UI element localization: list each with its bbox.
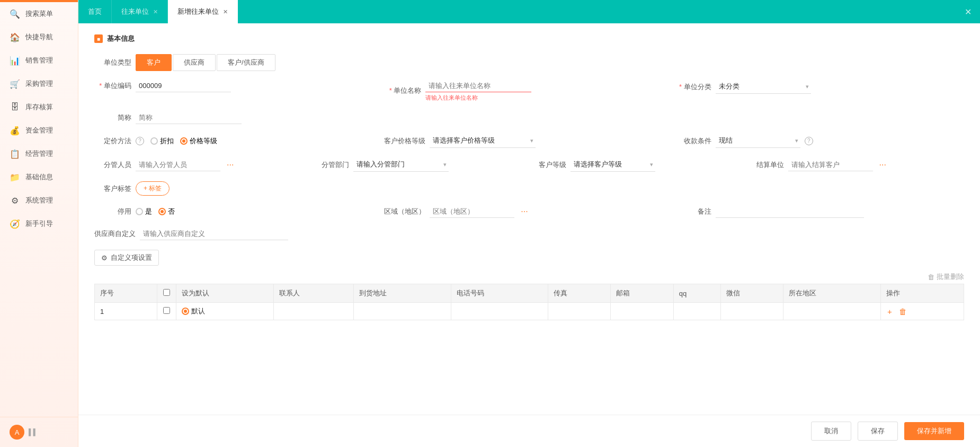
unit-name-error-msg: 请输入往来单位名称	[425, 94, 531, 102]
tab-list-close-icon[interactable]: ✕	[153, 8, 158, 15]
content-area: ■ 基本信息 单位类型 客户 供应商 客户/供应商 单位编码 单位名称	[78, 23, 980, 415]
row-default: 默认	[176, 303, 274, 320]
batch-delete-label[interactable]: 批量删除	[937, 272, 964, 282]
tab-home-label: 首页	[88, 7, 102, 16]
abbr-input[interactable]	[136, 111, 242, 124]
row-checkbox[interactable]	[163, 307, 170, 314]
tab-new[interactable]: 新增往来单位 ✕	[168, 0, 238, 23]
row-default-radio-circle	[182, 308, 189, 315]
row-fax	[548, 303, 611, 320]
manager-label: 分管人员	[94, 160, 131, 170]
sidebar-item-operations[interactable]: 📋 经营管理	[0, 142, 78, 165]
disabled-yes-circle	[136, 208, 143, 215]
type-btn-both[interactable]: 客户/供应商	[217, 54, 275, 71]
customer-level-group: 客户等级 请选择客户等级 ▾	[529, 157, 747, 172]
manager-more-icon[interactable]: ···	[225, 160, 236, 170]
tab-bar-close-button[interactable]: ✕	[956, 7, 980, 17]
customer-level-label: 客户等级	[529, 160, 566, 170]
sidebar-item-label: 基础信息	[25, 172, 53, 182]
add-tag-button[interactable]: + 标签	[136, 181, 170, 196]
tab-bar: 首页 往来单位 ✕ 新增往来单位 ✕ ✕	[78, 0, 980, 23]
row-delete-button[interactable]: 🗑	[898, 307, 908, 316]
settlement-group: 结算单位 ···	[747, 159, 965, 171]
abbr-group: 简称	[94, 111, 964, 124]
payment-help-icon[interactable]: ?	[805, 137, 813, 145]
unit-type-label: 单位类型	[94, 58, 131, 67]
pricing-radio-group: 折扣 价格等级	[150, 136, 217, 146]
pricing-help-icon[interactable]: ?	[136, 137, 144, 145]
supplier-custom-input[interactable]	[140, 227, 288, 240]
contact-table: 序号 设为默认 联系人 到货地址 电话号码 传真 邮箱 qq 微信 所在地区 操…	[94, 284, 964, 320]
sidebar-item-guide[interactable]: 🧭 新手引导	[0, 212, 78, 235]
disabled-no[interactable]: 否	[158, 207, 175, 216]
sidebar-item-label: 采购管理	[25, 79, 53, 89]
unit-category-group: 单位分类 未分类 ▾	[674, 80, 964, 94]
region-input[interactable]	[430, 205, 514, 218]
disabled-group: 停用 是 否	[94, 207, 384, 216]
custom-settings-label: 自定义项设置	[111, 253, 152, 262]
unit-code-label: 单位编码	[94, 81, 131, 91]
pricing-radio-level[interactable]: 价格等级	[180, 136, 217, 146]
unit-name-label: 单位名称	[384, 86, 421, 95]
unit-category-select[interactable]: 未分类 ▾	[716, 80, 811, 94]
type-btn-supplier[interactable]: 供应商	[173, 54, 216, 71]
tab-new-close-icon[interactable]: ✕	[223, 8, 228, 15]
cancel-button[interactable]: 取消	[811, 422, 851, 441]
pricing-radio-discount[interactable]: 折扣	[150, 136, 174, 146]
settlement-input[interactable]	[788, 159, 873, 171]
manager-input[interactable]	[136, 159, 220, 171]
sidebar-item-finance[interactable]: 💰 资金管理	[0, 119, 78, 142]
remark-label: 备注	[674, 207, 711, 216]
row-default-radio[interactable]: 默认	[182, 306, 268, 316]
dept-select[interactable]: 请输入分管部门 ▾	[353, 157, 449, 172]
sidebar-item-sales[interactable]: 📊 销售管理	[0, 49, 78, 72]
supplier-custom-label: 供应商自定义	[94, 229, 136, 239]
row-add-button[interactable]: +	[886, 307, 893, 316]
disabled-radio-group: 是 否	[136, 207, 175, 216]
region-more-icon[interactable]: ···	[519, 207, 530, 216]
payment-select[interactable]: 现结 ▾	[716, 134, 800, 148]
remark-input[interactable]	[716, 205, 864, 218]
tab-list[interactable]: 往来单位 ✕	[112, 0, 168, 23]
unit-name-input[interactable]	[425, 80, 531, 92]
customer-level-select[interactable]: 请选择客户等级 ▾	[571, 157, 655, 172]
th-region: 所在地区	[783, 284, 881, 303]
row-seq: 1	[95, 303, 157, 320]
row-address	[353, 303, 451, 320]
sidebar-item-purchase[interactable]: 🛒 采购管理	[0, 72, 78, 95]
sidebar-item-inventory[interactable]: 🗄 库存核算	[0, 95, 78, 119]
unit-code-group: 单位编码	[94, 80, 384, 92]
price-level-select[interactable]: 请选择客户价格等级 ▾	[430, 134, 536, 148]
sidebar-item-system[interactable]: ⚙ 系统管理	[0, 189, 78, 212]
select-all-checkbox[interactable]	[163, 289, 170, 296]
tab-home[interactable]: 首页	[78, 0, 112, 23]
sales-icon: 📊	[10, 55, 20, 66]
sidebar-item-label: 新手引导	[25, 219, 53, 229]
row-email	[611, 303, 673, 320]
sidebar-item-search[interactable]: 🔍 搜索菜单	[0, 2, 78, 25]
type-btn-customer[interactable]: 客户	[136, 54, 172, 71]
settlement-more-icon[interactable]: ···	[877, 160, 888, 170]
abbr-label: 简称	[94, 113, 131, 122]
unit-code-input[interactable]	[136, 80, 231, 92]
home-icon: 🏠	[10, 32, 20, 42]
row-default-label: 默认	[191, 306, 205, 316]
dept-label: 分管部门	[312, 160, 349, 170]
sidebar-item-basic[interactable]: 📁 基础信息	[0, 165, 78, 189]
sidebar-item-quick-nav[interactable]: 🏠 快捷导航	[0, 25, 78, 49]
batch-delete-area: 🗑 批量删除	[94, 272, 964, 282]
sidebar-item-label: 经营管理	[25, 149, 53, 159]
pricing-row: 定价方法 ? 折扣 价格等级 客户价格等级 请选择客户价格等级	[94, 134, 964, 148]
abbr-row: 简称	[94, 111, 964, 124]
tag-row: 客户标签 + 标签	[94, 181, 964, 196]
save-button[interactable]: 保存	[858, 422, 898, 441]
disabled-yes[interactable]: 是	[136, 207, 152, 216]
custom-settings-button[interactable]: ⚙ 自定义项设置	[94, 250, 159, 266]
unit-category-label: 单位分类	[674, 82, 711, 92]
payment-value: 现结	[719, 136, 793, 145]
sidebar-item-label: 快捷导航	[25, 32, 53, 42]
tag-group: 客户标签 + 标签	[94, 181, 964, 196]
tab-new-label: 新增往来单位	[177, 7, 219, 16]
remark-group: 备注	[674, 205, 964, 218]
save-new-button[interactable]: 保存并新增	[904, 422, 964, 440]
